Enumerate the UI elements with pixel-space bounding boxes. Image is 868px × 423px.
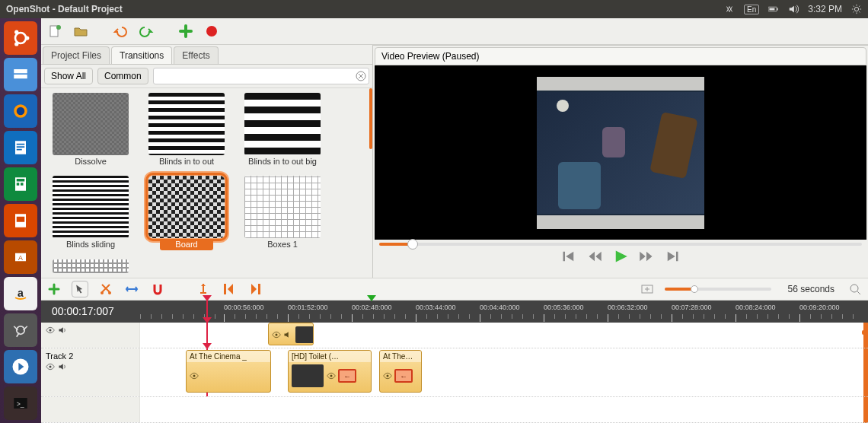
svg-rect-34 (676, 252, 678, 262)
tl-zoom-out[interactable] (847, 281, 863, 297)
new-project-button[interactable] (46, 22, 64, 40)
keyboard-lang-indicator[interactable]: En (744, 5, 759, 14)
transport-play[interactable] (613, 249, 628, 264)
ruler-tick: 00:06:32:000 (608, 304, 648, 311)
track-2-name: Track 2 (46, 351, 135, 361)
svg-rect-21 (17, 217, 25, 222)
transport-rewind[interactable] (587, 249, 602, 264)
timeline-clip[interactable] (268, 323, 314, 345)
filter-show-all[interactable]: Show All (44, 68, 93, 84)
track-1-head[interactable] (41, 323, 140, 348)
transition-item-blinds_sliding[interactable]: Blinds sliding (46, 176, 136, 250)
svg-point-41 (49, 329, 52, 332)
timeline-clip[interactable]: [HD] Toilet (…← (288, 350, 372, 393)
assets-panel: Project Files Transitions Effects Show A… (41, 45, 373, 278)
ruler-tick: 00:08:24:000 (736, 304, 776, 311)
tab-project-files[interactable]: Project Files (43, 46, 110, 64)
clip-label: At The Cinema _ (187, 351, 270, 362)
tab-effects[interactable]: Effects (174, 46, 218, 64)
tl-zoom-fit[interactable] (639, 281, 656, 297)
tl-marker-next[interactable] (247, 281, 263, 297)
timeline-header: 00:00:17:007 00:00:56:00000:01:52:00000:… (41, 301, 868, 323)
clear-search-icon[interactable] (356, 71, 366, 81)
track-1 (41, 323, 868, 348)
filter-common[interactable]: Common (97, 68, 148, 84)
launcher-calc[interactable] (4, 167, 37, 201)
track-3-body[interactable] (140, 397, 868, 422)
transport-forward[interactable] (639, 249, 654, 264)
system-clock[interactable]: 3:32 PM (808, 4, 842, 14)
transition-label: Board (160, 240, 212, 250)
timeline-ruler[interactable]: 00:00:56:00000:01:52:00000:02:48:00000:0… (140, 301, 868, 323)
track-2-body[interactable]: At The Cinema _[HD] Toilet (…←At The…← (140, 348, 868, 396)
transport-end[interactable] (665, 249, 680, 264)
launcher-impress[interactable] (4, 204, 37, 237)
open-project-button[interactable] (72, 22, 90, 40)
svg-rect-33 (563, 252, 566, 262)
network-icon[interactable] (724, 4, 735, 14)
launcher-terminal[interactable]: >_ (4, 386, 37, 420)
tl-snap-toggle[interactable] (149, 281, 166, 297)
svg-rect-8 (14, 69, 27, 73)
launcher-system-settings[interactable] (4, 313, 37, 347)
transport-controls (373, 240, 868, 278)
svg-rect-9 (14, 75, 27, 78)
marker-green[interactable] (367, 295, 376, 301)
svg-rect-17 (17, 179, 25, 182)
transition-item-dots_partial[interactable] (46, 259, 136, 273)
speaker-icon[interactable] (58, 362, 67, 371)
transport-start[interactable] (561, 249, 576, 264)
tl-marker-prev[interactable] (221, 281, 238, 297)
track-2-head[interactable]: Track 2 (41, 348, 140, 396)
speaker-icon[interactable] (58, 326, 67, 335)
tl-add-track[interactable] (46, 281, 62, 297)
transition-item-boxes_1[interactable]: Boxes 1 (238, 176, 327, 250)
zoom-slider[interactable] (665, 288, 771, 291)
transition-thumb (53, 93, 129, 155)
launcher-software-center[interactable]: A (4, 240, 37, 274)
launcher-writer[interactable] (4, 131, 37, 164)
tl-resize-tool[interactable] (123, 281, 140, 297)
clip-label: At The… (380, 351, 421, 362)
add-file-button[interactable] (177, 22, 195, 40)
transition-item-dissolve[interactable]: Dissolve (46, 93, 136, 167)
volume-icon[interactable] (788, 4, 799, 14)
timeline-clip[interactable]: At The Cinema _ (186, 350, 271, 393)
tl-razor-tool[interactable] (97, 281, 114, 297)
transitions-grid[interactable]: DissolveBlinds in to outBlinds in to out… (41, 88, 372, 278)
seek-slider[interactable] (379, 243, 862, 246)
launcher-firefox[interactable] (4, 94, 37, 128)
svg-text:a: a (18, 287, 24, 299)
eye-icon[interactable] (46, 362, 55, 371)
timeline-clip[interactable]: At The…← (379, 350, 422, 393)
launcher-amazon[interactable]: a (4, 277, 37, 310)
window-title: OpenShot - Default Project (6, 4, 123, 14)
transition-item-blinds_in_out_big[interactable]: Blinds in to out big (238, 93, 327, 167)
svg-rect-15 (17, 149, 22, 151)
transition-item-blinds_in_out[interactable]: Blinds in to out (142, 93, 231, 167)
svg-text:>_: >_ (17, 400, 24, 408)
eye-icon[interactable] (46, 326, 55, 335)
transition-label: Blinds in to out (159, 157, 214, 167)
svg-point-3 (854, 7, 858, 11)
launcher-ubuntu-dash[interactable] (4, 21, 37, 55)
launcher-files[interactable] (4, 58, 37, 91)
transition-item-board[interactable]: Board (142, 176, 231, 250)
gear-icon[interactable] (851, 4, 862, 14)
redo-button[interactable] (137, 22, 155, 40)
track-1-body[interactable] (140, 323, 868, 348)
clip-transition-marker[interactable]: ← (394, 369, 413, 383)
tab-transitions[interactable]: Transitions (111, 46, 172, 64)
clip-transition-marker[interactable]: ← (338, 369, 356, 383)
record-button[interactable] (203, 22, 221, 40)
filter-search-input[interactable] (153, 68, 369, 84)
tl-selection-tool[interactable] (72, 281, 88, 297)
launcher-media-player[interactable] (4, 350, 37, 383)
svg-rect-18 (17, 183, 20, 186)
undo-button[interactable] (111, 22, 129, 40)
battery-icon[interactable] (768, 4, 779, 14)
svg-rect-13 (17, 144, 25, 145)
track-3-head[interactable] (41, 397, 140, 422)
ruler-tick: 00:09:20:000 (799, 304, 840, 311)
preview-video-area[interactable] (375, 65, 866, 240)
